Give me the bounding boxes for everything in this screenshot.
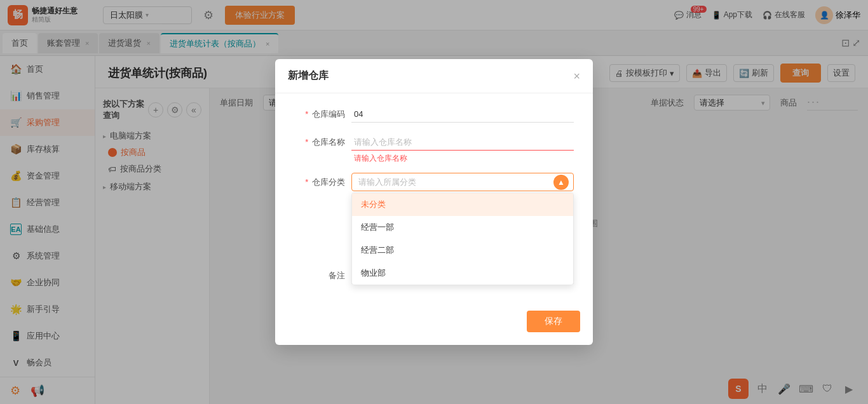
classify-label: * 仓库分类	[294, 177, 345, 188]
save-button[interactable]: 保存	[527, 311, 580, 332]
classify-input-wrap: ▲ 未分类 经营一部 经营二部 物业部	[351, 173, 574, 191]
dialog-footer: 保存	[275, 302, 593, 345]
classify-input[interactable]	[351, 173, 574, 191]
name-required: *	[305, 137, 308, 147]
dropdown-item-3[interactable]: 物业部	[352, 262, 573, 285]
name-error-msg: 请输入仓库名称	[351, 153, 574, 164]
classify-required: *	[305, 177, 308, 187]
code-required: *	[305, 109, 308, 119]
new-warehouse-dialog: 新增仓库 × * 仓库编码 * 仓库名称 请输入仓库名称 * 仓库分类	[275, 59, 593, 345]
dialog-title: 新增仓库	[288, 69, 329, 83]
dialog-header: 新增仓库 ×	[275, 59, 593, 93]
dropdown-item-0[interactable]: 未分类	[352, 193, 573, 216]
name-input[interactable]	[351, 134, 574, 151]
note-label: 备注	[294, 270, 345, 281]
name-row: * 仓库名称	[294, 134, 574, 151]
code-label: * 仓库编码	[294, 109, 345, 120]
dialog-close-icon[interactable]: ×	[573, 71, 580, 82]
code-input[interactable]	[351, 106, 574, 123]
classify-dropdown: 未分类 经营一部 经营二部 物业部	[351, 192, 574, 285]
dropdown-item-2[interactable]: 经营二部	[352, 239, 573, 262]
code-row: * 仓库编码	[294, 106, 574, 123]
dialog-body: * 仓库编码 * 仓库名称 请输入仓库名称 * 仓库分类 ▲	[275, 93, 593, 302]
dropdown-item-1[interactable]: 经营一部	[352, 216, 573, 239]
classify-toggle-icon[interactable]: ▲	[553, 175, 569, 190]
name-label: * 仓库名称	[294, 137, 345, 148]
classify-row: * 仓库分类 ▲ 未分类 经营一部 经营二部 物业部	[294, 173, 574, 191]
